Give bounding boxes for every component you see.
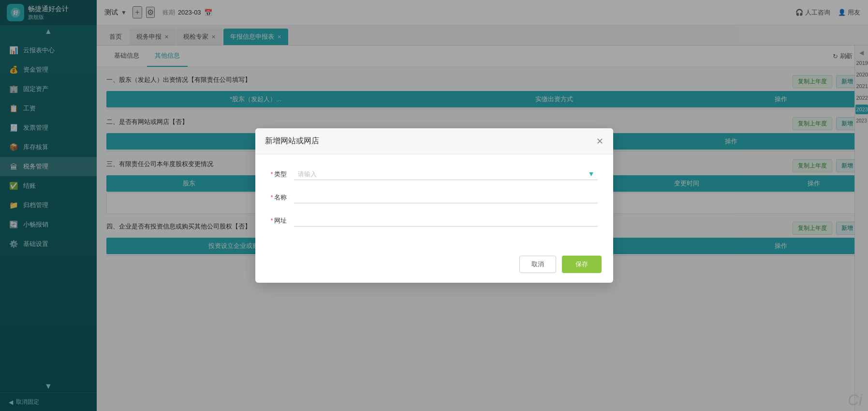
name-label: *名称 — [271, 193, 294, 202]
modal-title: 新增网站或网店 — [265, 136, 319, 146]
url-input-wrap — [294, 215, 598, 227]
url-field: *网址 — [271, 215, 598, 227]
type-label: *类型 — [271, 170, 294, 179]
modal-body: *类型 ▼ *名称 *网址 — [255, 154, 613, 248]
url-required-mark: * — [271, 217, 273, 224]
cancel-button[interactable]: 取消 — [519, 256, 556, 273]
modal-footer: 取消 保存 — [255, 248, 613, 283]
url-input[interactable] — [294, 215, 598, 226]
type-input[interactable] — [294, 168, 585, 180]
name-input[interactable] — [294, 192, 598, 203]
type-input-wrap: ▼ — [294, 168, 598, 180]
name-required-mark: * — [271, 194, 273, 201]
add-website-modal: 新增网站或网店 ✕ *类型 ▼ *名称 — [255, 128, 613, 283]
name-field: *名称 — [271, 192, 598, 203]
type-field: *类型 ▼ — [271, 168, 598, 180]
name-input-wrap — [294, 192, 598, 203]
save-button[interactable]: 保存 — [562, 256, 602, 273]
type-dropdown-icon[interactable]: ▼ — [585, 168, 598, 180]
modal-overlay[interactable]: 新增网站或网店 ✕ *类型 ▼ *名称 — [0, 0, 868, 411]
modal-close-button[interactable]: ✕ — [596, 137, 603, 146]
type-required-mark: * — [271, 170, 273, 178]
modal-header: 新增网站或网店 ✕ — [255, 128, 613, 154]
url-label: *网址 — [271, 216, 294, 225]
